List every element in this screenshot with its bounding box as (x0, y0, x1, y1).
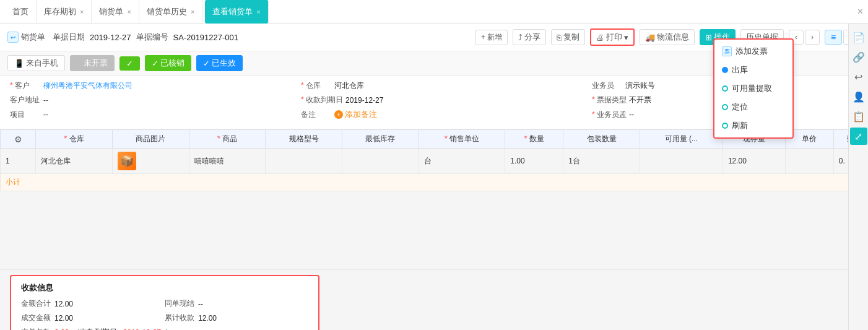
print-icon: 🖨 (596, 33, 604, 42)
locate-item[interactable]: 定位 (714, 98, 792, 116)
subtotal-label: 小计 (1, 174, 868, 191)
next-button[interactable]: › (805, 30, 820, 45)
sidebar-doc-icon[interactable]: 📄 (850, 28, 867, 46)
share-button[interactable]: ⤴ 分享 (513, 29, 546, 45)
window-close-button[interactable]: × (857, 6, 863, 17)
col-gear: ⚙ (1, 130, 36, 149)
operation-icon: ⊞ (705, 33, 712, 42)
tab-home[interactable]: 首页 (5, 0, 37, 24)
row-no: 1 (1, 149, 36, 174)
row-spec (266, 149, 342, 174)
warehouse-label: 仓库 (301, 80, 332, 91)
doc-type-label: 销货单 (21, 32, 45, 43)
copy-label: 复制 (563, 32, 579, 43)
settings-icon[interactable]: ⚙ (14, 134, 22, 144)
tab-sales-order-label: 销货单 (99, 6, 123, 17)
warehouse-field: 仓库 河北仓库 (301, 80, 567, 91)
tab-inventory-close[interactable]: × (80, 8, 84, 15)
check-icon: ✓ (126, 59, 133, 68)
tab-sales-history-label: 销货单历史 (147, 6, 187, 17)
tab-view-sales-close[interactable]: × (256, 8, 260, 15)
staff-label: 业务员 (592, 80, 623, 91)
product-table-container: ⚙ * 仓库 商品图片 * 商品 规格型号 最低库存 * 销售单位 * 数量 包… (0, 129, 868, 270)
approved-label: 已核销 (160, 58, 184, 69)
available-qty-item[interactable]: 可用量提取 (714, 79, 792, 98)
due-date: 2019-12-27 (123, 328, 161, 331)
cumulative-label: 累计收款 (165, 313, 194, 323)
outbound-item[interactable]: 出库 (714, 61, 792, 79)
total-field: 金额合计 12.00 (21, 298, 165, 309)
check-button[interactable]: ✓ (119, 56, 140, 71)
summary-row-2: 成交金额 12.00 累计收款 12.00 (21, 313, 308, 323)
tab-sales-history[interactable]: 销货单历史 × (139, 0, 202, 24)
doc-number-label: 单据编号 (136, 32, 168, 43)
doc-number-value: SA-20191227-001 (173, 33, 239, 42)
tab-sales-order[interactable]: 销货单 × (92, 0, 139, 24)
add-invoice-item[interactable]: 票 添加发票 (714, 42, 792, 61)
copy-icon: ⎘ (557, 33, 562, 42)
tab-view-sales[interactable]: 查看销货单 × (205, 0, 268, 24)
tab-inventory-label: 库存期初 (44, 6, 76, 17)
row-qty: 1.00 (505, 149, 563, 174)
available-qty-icon (722, 85, 728, 92)
remark-field: 备注 + 添加备注 (301, 109, 567, 120)
add-note-label: 添加备注 (345, 109, 377, 120)
tab-bar: 首页 库存期初 × 销货单 × 销货单历史 × 查看销货单 × × (0, 0, 868, 24)
refresh-icon (722, 123, 728, 129)
subtotal-row: 小计 (1, 174, 868, 191)
doc-type-icon: ↩ (7, 32, 19, 43)
add-note-button[interactable]: + 添加备注 (334, 109, 377, 120)
cumulative-value: 12.00 (198, 314, 217, 323)
tab-view-sales-label: 查看销货单 (212, 6, 253, 17)
total-label: 金额合计 (21, 298, 51, 309)
address-label: 客户地址 (10, 95, 41, 105)
tab-sales-history-close[interactable]: × (191, 8, 194, 15)
tab-inventory[interactable]: 库存期初 × (37, 0, 92, 24)
logistics-button[interactable]: 🚚 物流信息 (640, 29, 695, 45)
right-sidebar: 📄 🔗 ↩ 👤 📋 ⤢ (848, 24, 868, 330)
col-unit: * 销售单位 (419, 130, 505, 149)
project-field: 项目 -- (10, 110, 276, 120)
list-view-button[interactable]: ≡ (825, 30, 842, 45)
sidebar-expand-icon[interactable]: ⤢ (850, 128, 867, 145)
doc-date-label: 单据日期 (53, 32, 85, 43)
add-invoice-icon: 票 (722, 46, 732, 56)
new-button[interactable]: + 新增 (475, 30, 508, 45)
copy-button[interactable]: ⎘ 复制 (551, 29, 585, 45)
ticket-type-label: 票据类型 (592, 95, 627, 105)
refresh-item[interactable]: 刷新 (714, 116, 792, 135)
deal-field: 成交金额 12.00 (21, 313, 165, 323)
not-open-label: 未开票 (84, 58, 108, 69)
sidebar-clipboard-icon[interactable]: 📋 (850, 108, 867, 125)
print-button[interactable]: 🖨 打印 ▾ (590, 28, 635, 46)
product-image-icon: 📦 (120, 154, 134, 168)
product-table: ⚙ * 仓库 商品图片 * 商品 规格型号 最低库存 * 销售单位 * 数量 包… (0, 129, 868, 191)
row-product: 嘻嘻嘻嘻 (189, 149, 266, 174)
col-pack-qty: 包装数量 (563, 130, 640, 149)
tab-sales-order-close[interactable]: × (127, 8, 131, 15)
customer-value[interactable]: 柳州粤港平安气体有限公司 (43, 80, 276, 91)
deal-value: 12.00 (54, 314, 73, 323)
outbound-icon (722, 67, 728, 73)
approved-button[interactable]: ✓ 已核销 (145, 55, 191, 71)
share-icon: ⤴ (518, 33, 523, 42)
staff2-label: 业务员孟 (592, 110, 627, 120)
from-mobile-button[interactable]: 📱 来自手机 (7, 55, 65, 71)
outbound-label: 出库 (732, 64, 748, 76)
col-min-stock: 最低库存 (342, 130, 419, 149)
due-label: 本单欠款 (21, 327, 51, 330)
row-price (785, 149, 833, 174)
not-open-ticket-button[interactable]: 未开票 (70, 55, 115, 71)
effective-button[interactable]: ✓ 已生效 (196, 55, 243, 71)
sidebar-link-icon[interactable]: 🔗 (850, 48, 867, 66)
row-product-img: 📦 (112, 149, 189, 174)
deal-label: 成交金额 (21, 313, 51, 323)
document-actions: + 新增 ⤴ 分享 ⎘ 复制 🖨 打印 ▾ 🚚 (475, 28, 861, 46)
address-field: 客户地址 -- (10, 95, 276, 105)
doc-date-value: 2019-12-27 (90, 33, 131, 42)
sidebar-return-icon[interactable]: ↩ (850, 68, 867, 85)
refresh-label: 刷新 (732, 120, 748, 131)
share-label: 分享 (524, 32, 540, 43)
sidebar-user-icon[interactable]: 👤 (850, 88, 867, 105)
available-qty-label: 可用量提取 (732, 83, 772, 94)
